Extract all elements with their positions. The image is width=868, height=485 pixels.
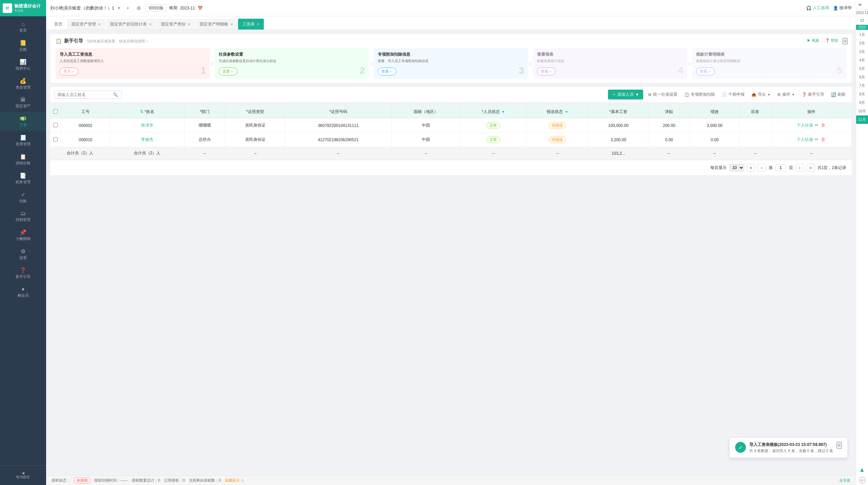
month-11[interactable]: 11月 bbox=[856, 115, 868, 124]
page-input[interactable] bbox=[775, 164, 786, 171]
sidebar-item-expense[interactable]: 📌 小畅报销 bbox=[0, 226, 46, 245]
cell-allowance-0: 200.00 bbox=[648, 118, 690, 133]
month-10[interactable]: 10月 bbox=[856, 107, 868, 115]
wizard-close-btn[interactable]: ✕ bbox=[843, 38, 848, 44]
sidebar-item-settings[interactable]: ⚙ 设置 bbox=[0, 245, 46, 264]
step-2-desc: 完成社保参数设置自动计算社保公积金 bbox=[219, 59, 365, 66]
step-1-btn[interactable]: 导入＞ bbox=[60, 68, 78, 75]
month-7[interactable]: 7月 bbox=[856, 81, 868, 90]
operations-btn[interactable]: ⚙ 操作 ▼ bbox=[775, 90, 797, 99]
tab-depreciation[interactable]: 固定资产折旧统计表 ✕ bbox=[106, 19, 156, 30]
vip-icon: ♦ bbox=[22, 286, 24, 292]
col-submit-status[interactable]: 报送状态 ▼ bbox=[526, 106, 589, 118]
ai-consult-btn[interactable]: 🎧 人工咨询 bbox=[806, 5, 829, 11]
col-person-status[interactable]: *人员状态 ▼ bbox=[460, 106, 526, 118]
add-person-btn[interactable]: ＋ 添加人员 ▼ bbox=[608, 90, 643, 99]
social-insurance-btn[interactable]: ⚙ 统一社保设置 bbox=[646, 90, 679, 99]
special-deduction-btn[interactable]: 📋 专项附加扣除 bbox=[682, 90, 717, 99]
tab-fixed-assets[interactable]: 固定资产管理 ✕ bbox=[67, 19, 105, 30]
ops-social-link-0[interactable]: 个人社保 bbox=[797, 123, 813, 128]
right-panel-toggle[interactable]: ≫ bbox=[856, 0, 868, 10]
tax-declaration-btn[interactable]: 📄 个税申报 bbox=[720, 90, 747, 99]
month-12[interactable]: 12 bbox=[856, 17, 868, 24]
step-5-btn[interactable]: 查看＞ bbox=[696, 68, 715, 75]
employee-name-link-1[interactable]: 李俊杰 bbox=[141, 137, 153, 142]
account-dropdown-icon[interactable]: ▼ bbox=[117, 6, 121, 11]
month-2[interactable]: 2月 bbox=[856, 39, 868, 48]
next-page-btn[interactable]: › bbox=[796, 164, 804, 172]
month-8[interactable]: 8月 bbox=[856, 90, 868, 98]
prev-page-btn[interactable]: ‹ bbox=[758, 164, 766, 172]
wizard-video[interactable]: ▶ 视频 ❓ 帮助 bbox=[807, 38, 838, 43]
select-all-checkbox[interactable] bbox=[53, 109, 58, 114]
switch-version-btn[interactable]: 切到旧版 bbox=[145, 4, 166, 12]
sidebar-item-sales[interactable]: 📋 进销台账 bbox=[0, 150, 46, 169]
tab-payroll[interactable]: 工资表 ✕ bbox=[238, 19, 264, 30]
sidebar-item-closing[interactable]: ✓ 结账 bbox=[0, 188, 46, 207]
employee-name-link-0[interactable]: 徐泽华 bbox=[141, 123, 153, 128]
sidebar-item-vip[interactable]: ♦ 畅会员 bbox=[0, 283, 46, 301]
sidebar-unpin[interactable]: ◀ 取消固定 bbox=[0, 468, 46, 482]
sidebar-item-payroll[interactable]: 💵 工资 bbox=[0, 112, 46, 131]
table-row: 000002 徐泽华 嗯嗯嗯 居民身份证 360782200104131111 … bbox=[50, 118, 852, 133]
step-4-btn[interactable]: 查看＞ bbox=[537, 68, 556, 75]
row-checkbox-0[interactable] bbox=[53, 123, 58, 127]
ops-edit-icon-1[interactable]: ✏ bbox=[815, 137, 818, 142]
sidebar-item-assets[interactable]: 🏛 固定资产 bbox=[0, 93, 46, 112]
toast-close-btn[interactable]: ✕ bbox=[836, 442, 842, 449]
ops-delete-icon-0[interactable]: 🗑 bbox=[821, 123, 825, 128]
ops-delete-icon-1[interactable]: 🗑 bbox=[821, 137, 825, 142]
tab-asset-detail[interactable]: 固定资产明细账 ✕ bbox=[195, 19, 237, 30]
tab-payroll-close[interactable]: ✕ bbox=[257, 22, 259, 26]
sidebar-item-guide[interactable]: ❓ 新手引导 bbox=[0, 264, 46, 283]
search-input[interactable] bbox=[57, 92, 112, 97]
person-status-filter-icon[interactable]: ▼ bbox=[501, 110, 505, 114]
add-icon: ＋ bbox=[612, 92, 616, 97]
user-menu[interactable]: 👤 徐泽华 bbox=[833, 5, 852, 11]
row-checkbox-1[interactable] bbox=[53, 137, 58, 142]
month-9[interactable]: 9月 bbox=[856, 98, 868, 107]
month-6[interactable]: 6月 bbox=[856, 73, 868, 81]
step-3-btn[interactable]: 查看＞ bbox=[378, 68, 396, 75]
step-2-btn[interactable]: 设置＞ bbox=[219, 68, 237, 75]
tab-asset-category-close[interactable]: ✕ bbox=[188, 22, 190, 26]
submit-status-filter-icon[interactable]: ▼ bbox=[565, 110, 568, 114]
sidebar-item-ledger[interactable]: 📒 总账 bbox=[0, 36, 46, 55]
tab-fixed-assets-close[interactable]: ✕ bbox=[98, 22, 101, 26]
month-5[interactable]: 5月 bbox=[856, 64, 868, 73]
guide-btn[interactable]: ❓ 新手引导 bbox=[800, 90, 826, 99]
tab-asset-detail-close[interactable]: ✕ bbox=[230, 22, 233, 26]
ops-edit-icon-0[interactable]: ✏ bbox=[815, 123, 818, 128]
col-name[interactable]: ⇅ *姓名 bbox=[110, 106, 184, 118]
up-arrow-btn[interactable]: ▲ bbox=[856, 464, 868, 475]
tab-home[interactable]: 首页 bbox=[50, 19, 66, 30]
calendar-icon[interactable]: 📅 bbox=[198, 6, 203, 11]
tab-depreciation-close[interactable]: ✕ bbox=[149, 22, 152, 26]
settings-circle-btn[interactable]: ⚙ bbox=[856, 475, 868, 485]
sidebar-item-tax[interactable]: 📑 税务管理 bbox=[0, 169, 46, 188]
last-page-btn[interactable]: » bbox=[807, 164, 815, 172]
sidebar-item-invoice[interactable]: 🧾 发票管理 bbox=[0, 131, 46, 150]
add-account-btn[interactable]: ＋ bbox=[124, 4, 132, 12]
sidebar-item-home[interactable]: ⌂ 首页 bbox=[0, 18, 46, 36]
page-size-select[interactable]: 10 20 50 bbox=[729, 164, 744, 171]
export-btn[interactable]: 📤 导出 ▼ bbox=[749, 90, 772, 99]
month-3[interactable]: 3月 bbox=[856, 48, 868, 56]
sidebar-item-reports[interactable]: 📊 报表中心 bbox=[0, 55, 46, 74]
page-label2: 页 bbox=[789, 165, 793, 171]
cell-person-status-0: 正常 bbox=[460, 118, 526, 133]
search-icon[interactable]: 🔍 bbox=[113, 92, 118, 97]
tab-asset-category[interactable]: 固定资产类别 ✕ bbox=[157, 19, 195, 30]
unpin-icon: ◀ bbox=[22, 471, 24, 475]
settings-btn[interactable]: ⚙ bbox=[135, 4, 143, 12]
goto-charge-btn[interactable]: 去充值 bbox=[839, 478, 850, 483]
refresh-btn[interactable]: 🔄 刷新 bbox=[829, 90, 848, 99]
month-4[interactable]: 4月 bbox=[856, 56, 868, 64]
sidebar-item-archive[interactable]: 🗂 归档管理 bbox=[0, 207, 46, 226]
step-4-num: 4 bbox=[678, 65, 683, 76]
toast-notification: ✓ 导入工资表模板(2023-03-23 15:07:59.897) 共 9 条… bbox=[729, 437, 848, 458]
month-1[interactable]: 1月 bbox=[856, 31, 868, 39]
ops-social-link-1[interactable]: 个人社保 bbox=[797, 137, 813, 142]
first-page-btn[interactable]: « bbox=[747, 164, 755, 172]
sidebar-item-funds[interactable]: 💰 资金管理 bbox=[0, 74, 46, 93]
